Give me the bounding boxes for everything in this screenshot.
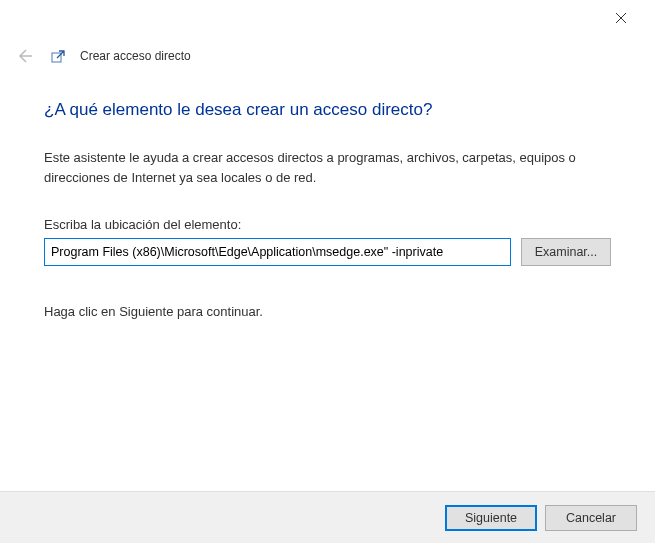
cancel-button[interactable]: Cancelar: [545, 505, 637, 531]
browse-button[interactable]: Examinar...: [521, 238, 611, 266]
titlebar: [0, 0, 655, 36]
next-button[interactable]: Siguiente: [445, 505, 537, 531]
shortcut-icon: [50, 48, 66, 64]
description-text: Este asistente le ayuda a crear accesos …: [44, 148, 611, 187]
back-arrow-icon: [15, 47, 33, 65]
back-button: [12, 44, 36, 68]
page-heading: ¿A qué elemento le desea crear un acceso…: [44, 100, 611, 120]
window-title: Crear acceso directo: [80, 49, 191, 63]
location-input[interactable]: [44, 238, 511, 266]
location-label: Escriba la ubicación del elemento:: [44, 217, 611, 232]
continue-text: Haga clic en Siguiente para continuar.: [44, 304, 611, 319]
header-row: Crear acceso directo: [0, 36, 655, 76]
content-area: ¿A qué elemento le desea crear un acceso…: [0, 76, 655, 319]
input-row: Examinar...: [44, 238, 611, 266]
footer: Siguiente Cancelar: [0, 491, 655, 543]
close-button[interactable]: [605, 4, 637, 32]
svg-rect-0: [52, 53, 61, 62]
close-icon: [615, 12, 627, 24]
